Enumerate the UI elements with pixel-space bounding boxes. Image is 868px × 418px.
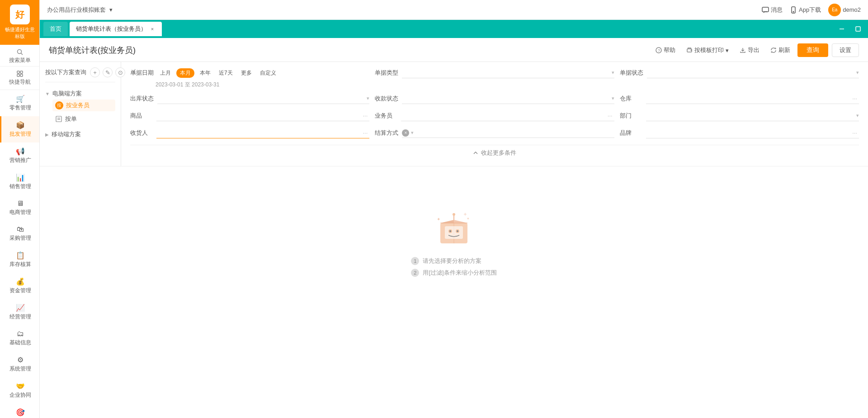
tab-close-btn[interactable]: × [149, 26, 156, 32]
sidebar-item-finance[interactable]: 💰 资金管理 [0, 273, 39, 299]
edit-scheme-btn[interactable]: ✎ [103, 67, 113, 77]
goods-input[interactable] [156, 111, 361, 120]
department-dropdown-icon[interactable]: ▾ [856, 113, 859, 119]
tab-maximize-btn[interactable] [852, 23, 864, 35]
print-dropdown-icon[interactable]: ▾ [726, 47, 729, 54]
brand-input[interactable] [646, 128, 850, 137]
user-profile[interactable]: Ea demo2 [828, 4, 861, 16]
sidebar-item-marketing[interactable]: 📢 营销推广 [0, 142, 39, 169]
date-btn-last-month[interactable]: 上月 [157, 68, 174, 78]
date-btn-more[interactable]: 更多 [238, 68, 255, 78]
add-scheme-btn[interactable]: + [90, 67, 100, 77]
scheme-pc-children: 按 按业务员 按单 [52, 100, 115, 125]
brand-dots-icon[interactable]: ··· [850, 129, 859, 136]
tab-sales-stats[interactable]: 销货单统计表（按业务员） × [70, 22, 162, 36]
date-btn-custom[interactable]: 自定义 [257, 68, 279, 78]
filter-salesperson: 业务员 ··· [375, 110, 614, 121]
pay-status-dropdown-icon[interactable]: ▾ [612, 95, 614, 101]
sidebar-item-basic[interactable]: 🗂 基础信息 [0, 325, 39, 351]
refresh-btn[interactable]: 刷新 [767, 44, 794, 56]
brand-wrapper[interactable]: ··· [646, 128, 859, 138]
minimize-icon [839, 26, 845, 32]
sidebar-item-system[interactable]: ⚙ 系统管理 [0, 351, 39, 377]
warehouse-wrapper[interactable]: ··· [646, 93, 859, 104]
doc-type-label: 单据类型 [375, 69, 398, 77]
department-input[interactable] [646, 111, 856, 120]
collapse-conditions-btn[interactable]: 收起更多条件 [130, 145, 859, 161]
doc-type-dropdown-icon[interactable]: ▾ [612, 70, 614, 76]
settings-button[interactable]: 设置 [832, 43, 859, 57]
svg-rect-15 [56, 116, 61, 122]
doc-status-wrapper[interactable]: ▾ [647, 67, 859, 78]
goods-wrapper[interactable]: ··· [156, 110, 369, 121]
tab-home[interactable]: 首页 [43, 22, 68, 36]
message-btn[interactable]: 消息 [762, 6, 783, 14]
sidebar-item-retail[interactable]: 🛒 零售管理 [0, 90, 39, 116]
scheme-by-order[interactable]: 按单 [52, 113, 115, 125]
sidebar-item-enterprise[interactable]: 🤝 企业协同 [0, 377, 39, 404]
sidebar-item-purchase[interactable]: 🛍 采购管理 [0, 221, 39, 247]
scheme-by-salesperson[interactable]: 按 按业务员 [52, 100, 115, 111]
query-button[interactable]: 查询 [797, 43, 828, 57]
recipient-dots-icon[interactable]: ··· [361, 129, 369, 136]
recipient-input[interactable] [156, 128, 361, 137]
tip2-text: 用[过滤]条件来缩小分析范围 [423, 269, 496, 277]
sidebar-item-wholesale[interactable]: 📦 批发管理 [0, 116, 39, 142]
sidebar-item-ecommerce[interactable]: 🖥 电商管理 [0, 195, 39, 221]
scheme-mobile[interactable]: ▶ 移动端方案 [45, 128, 115, 140]
empty-state: ✦ ✦ ✦ 1 请先选择要分析的方案 2 用[过滤]条件来缩小分析范围 [40, 166, 868, 313]
export-btn[interactable]: 导出 [736, 44, 763, 56]
svg-point-8 [793, 11, 794, 12]
goods-dots-icon[interactable]: ··· [361, 112, 369, 119]
app-download-label: App下载 [799, 6, 821, 14]
salesperson-input[interactable] [401, 111, 605, 120]
date-range-display: 2023-03-01 至 2023-03-31 [130, 81, 859, 89]
scheme-header: 按以下方案查询 + ✎ ⊙ 《 [45, 67, 115, 82]
settlement-dropdown-icon[interactable]: ▾ [411, 130, 414, 136]
filter-recipient: 收货人 ··· [130, 128, 369, 138]
doc-type-input[interactable] [402, 68, 611, 77]
filter-out-status: 出库状态 ▾ [130, 93, 369, 104]
date-btn-this-year[interactable]: 本年 [197, 68, 213, 78]
warehouse-dots-icon[interactable]: ··· [850, 95, 859, 102]
sidebar-item-newbie[interactable]: 🎯 新手引导 [0, 404, 39, 418]
app-download-btn[interactable]: App下载 [790, 6, 821, 14]
settlement-wrapper: × ▾ [402, 128, 614, 138]
doc-status-dropdown-icon[interactable]: ▾ [856, 70, 859, 76]
salesperson-wrapper[interactable]: ··· [401, 110, 614, 121]
date-btn-7days[interactable]: 近7天 [216, 68, 236, 78]
sidebar-item-operation[interactable]: 📈 经营管理 [0, 299, 39, 325]
sidebar-item-sales[interactable]: 📊 销售管理 [0, 169, 39, 195]
salesperson-dots-icon[interactable]: ··· [606, 112, 614, 119]
page-actions: ? 帮助 按模板打印 ▾ 导出 刷新 [652, 43, 859, 57]
out-status-wrapper[interactable]: ▾ [157, 93, 369, 104]
settlement-clear-btn[interactable]: × [402, 129, 409, 137]
inventory-icon: 📋 [16, 251, 25, 260]
quick-nav[interactable]: 快捷导航 [0, 66, 39, 90]
department-wrapper[interactable]: ▾ [646, 110, 859, 121]
doc-status-label: 单据状态 [620, 69, 643, 77]
basic-icon: 🗂 [17, 330, 24, 338]
date-btn-this-month[interactable]: 本月 [176, 68, 194, 78]
pay-status-wrapper[interactable]: ▾ [402, 93, 614, 104]
industry-selector[interactable]: 办公用品行业模拟账套 ▾ [47, 6, 113, 14]
warehouse-input[interactable] [646, 94, 850, 103]
export-icon [740, 47, 746, 53]
help-btn[interactable]: ? 帮助 [652, 44, 679, 56]
out-status-dropdown-icon[interactable]: ▾ [367, 95, 369, 101]
recipient-wrapper[interactable]: ··· [156, 128, 369, 138]
sidebar-search[interactable]: 搜索菜单 [0, 45, 39, 66]
sidebar-logo[interactable]: 好 畅捷通好生意 标版 [0, 0, 39, 45]
print-btn[interactable]: 按模板打印 ▾ [683, 44, 732, 56]
nav-label: 快捷导航 [9, 78, 31, 86]
user-name: demo2 [843, 6, 861, 13]
doc-status-input[interactable] [647, 68, 856, 77]
pay-status-input[interactable] [402, 94, 611, 103]
purchase-icon: 🛍 [17, 225, 24, 233]
sidebar-item-inventory[interactable]: 📋 库存核算 [0, 247, 39, 273]
doc-type-wrapper[interactable]: ▾ [402, 67, 614, 78]
tab-minimize-btn[interactable] [835, 23, 848, 35]
scheme-pc[interactable]: ▼ 电脑端方案 [45, 88, 115, 100]
sidebar-menu: 🛒 零售管理 📦 批发管理 📢 营销推广 📊 销售管理 🖥 电商管理 🛍 采购管… [0, 90, 39, 418]
out-status-input[interactable] [157, 94, 367, 103]
